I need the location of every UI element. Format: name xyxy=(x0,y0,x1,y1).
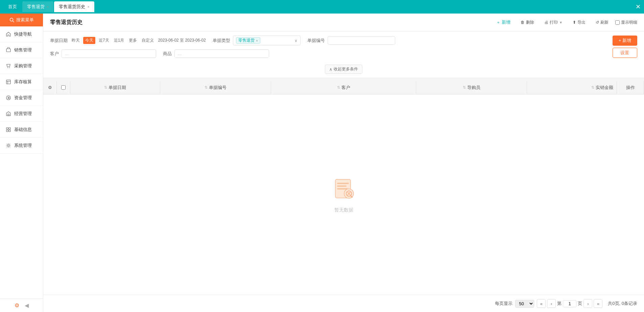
query-button[interactable]: + 新增 xyxy=(613,36,637,46)
sort-customer-icon[interactable]: ⇅ xyxy=(337,85,340,90)
page-first-button[interactable]: « xyxy=(537,299,546,308)
search-icon xyxy=(9,18,14,22)
th-action: 操作 xyxy=(617,81,644,94)
collapse-sidebar-icon[interactable]: ◀ xyxy=(25,302,29,309)
export-button[interactable]: ⬆ 导出 xyxy=(569,18,589,27)
filter-settings-button[interactable]: 设置 xyxy=(613,48,637,58)
sidebar-item-inventory-label: 库存核算 xyxy=(14,79,32,85)
tab-retail-return[interactable]: 零售退货 × xyxy=(22,1,53,12)
print-button[interactable]: 🖨 打印 ▼ xyxy=(541,18,566,27)
doc-type-arrow: ∨ xyxy=(294,38,297,43)
tab-home[interactable]: 首页 xyxy=(3,1,22,12)
shortcut-more[interactable]: 更多 xyxy=(127,37,138,44)
svg-rect-18 xyxy=(337,188,348,190)
th-guide: ⇅ 导购员 xyxy=(416,81,527,94)
empty-state: 暂无数据 xyxy=(43,94,644,295)
settings-icon[interactable]: ⚙ xyxy=(15,302,19,309)
doc-type-tag: 零售退货 × xyxy=(236,37,260,44)
basic-icon xyxy=(5,127,11,133)
doc-no-input[interactable] xyxy=(328,36,395,45)
delete-icon: 🗑 xyxy=(521,20,525,25)
svg-rect-17 xyxy=(337,185,347,187)
sidebar-item-purchase-mgmt[interactable]: 采购管理 xyxy=(0,58,43,74)
svg-line-1 xyxy=(13,21,14,22)
sidebar-item-basic-info[interactable]: 基础信息 xyxy=(0,122,43,138)
print-icon: 🖨 xyxy=(544,20,548,25)
tab-retail-return-label: 零售退货 xyxy=(27,4,45,10)
shortcut-7days[interactable]: 近7天 xyxy=(97,37,111,44)
svg-rect-11 xyxy=(9,128,10,129)
select-all-checkbox[interactable] xyxy=(61,85,66,90)
doc-type-filter: 单据类型 零售退货 × ∨ xyxy=(213,36,301,45)
doc-no-filter: 单据编号 xyxy=(307,36,395,45)
sidebar-item-finance[interactable]: 资金管理 xyxy=(0,90,43,106)
sidebar-item-system-mgmt[interactable]: 系统管理 xyxy=(0,138,43,154)
sidebar-item-quick-nav[interactable]: 快捷导航 xyxy=(0,26,43,42)
empty-text: 暂无数据 xyxy=(334,207,353,213)
th-checkbox[interactable] xyxy=(57,81,70,94)
svg-rect-10 xyxy=(6,128,8,129)
table-header: ⚙ ⇅ 单据日期 ⇅ 单据编号 ⇅ 客户 ⇅ xyxy=(43,81,644,94)
th-amount: ⇅ 实销金额 xyxy=(527,81,617,94)
page-last-button[interactable]: » xyxy=(594,299,602,308)
page-prev-button[interactable]: ‹ xyxy=(547,299,556,308)
purchase-icon xyxy=(5,63,11,69)
sidebar-search[interactable]: 搜索菜单 xyxy=(0,14,43,26)
shortcut-1month[interactable]: 近1月 xyxy=(113,37,126,44)
show-detail-input[interactable] xyxy=(615,20,620,25)
tab-list: 首页 零售退货 × 零售退货历史 × xyxy=(3,1,636,12)
sort-date-icon[interactable]: ⇅ xyxy=(104,85,107,90)
page-input[interactable] xyxy=(563,300,576,307)
sort-docno-icon[interactable]: ⇅ xyxy=(205,85,208,90)
per-page-select[interactable]: 50 20 100 xyxy=(515,300,534,308)
page-header: 零售退货历史 ＋ 新增 🗑 删除 🖨 打印 ▼ ⬆ 导出 xyxy=(43,14,644,31)
sidebar: 搜索菜单 快捷导航 销售管理 采购管理 xyxy=(0,14,43,312)
tab-retail-return-history[interactable]: 零售退货历史 × xyxy=(54,1,94,12)
th-settings[interactable]: ⚙ xyxy=(43,81,57,94)
svg-rect-5 xyxy=(6,80,10,84)
th-docno: ⇅ 单据编号 xyxy=(160,81,271,94)
customer-input[interactable] xyxy=(62,49,156,58)
filter-actions: + 新增 设置 xyxy=(613,36,637,58)
new-button[interactable]: ＋ 新增 xyxy=(493,18,514,27)
window-close-button[interactable]: ✕ xyxy=(636,3,641,10)
sort-guide-icon[interactable]: ⇅ xyxy=(463,85,466,90)
goods-input[interactable] xyxy=(174,49,269,58)
th-date: ⇅ 单据日期 xyxy=(70,81,160,94)
shortcut-yesterday[interactable]: 昨天 xyxy=(70,37,81,44)
sidebar-item-sales-mgmt[interactable]: 销售管理 xyxy=(0,42,43,58)
tab-retail-return-close[interactable]: × xyxy=(47,5,49,9)
filter-area: 单据日期 昨天 今天 近7天 近1月 更多 自定义 2023-06-02 至 2… xyxy=(43,31,644,78)
sidebar-item-inventory[interactable]: 库存核算 xyxy=(0,74,43,90)
page-title: 零售退货历史 xyxy=(50,19,82,26)
doc-no-label: 单据编号 xyxy=(307,38,325,44)
customer-label: 客户 xyxy=(50,51,59,57)
tab-retail-return-history-close[interactable]: × xyxy=(87,5,89,9)
svg-point-4 xyxy=(9,67,10,68)
doc-type-select[interactable]: 零售退货 × ∨ xyxy=(233,36,301,45)
sort-amount-icon[interactable]: ⇅ xyxy=(591,85,594,90)
collapse-filter-button[interactable]: ∧ 收起更多条件 xyxy=(325,65,362,74)
tab-retail-return-history-label: 零售退货历史 xyxy=(59,4,85,10)
page-label: 第 xyxy=(557,300,562,307)
sidebar-footer: ⚙ ◀ xyxy=(0,298,43,312)
shortcut-custom[interactable]: 自定义 xyxy=(140,37,155,44)
th-customer: ⇅ 客户 xyxy=(271,81,416,94)
doc-type-tag-close[interactable]: × xyxy=(256,39,258,43)
per-page-label: 每页显示 xyxy=(495,300,512,307)
delete-button[interactable]: 🗑 删除 xyxy=(517,18,538,27)
header-actions: ＋ 新增 🗑 删除 🖨 打印 ▼ ⬆ 导出 ↺ 刷新 xyxy=(493,18,637,27)
collapse-icon: ∧ xyxy=(329,67,332,72)
new-icon: ＋ xyxy=(496,20,500,25)
shortcut-today[interactable]: 今天 xyxy=(83,37,95,44)
svg-rect-2 xyxy=(6,49,10,52)
page-unit: 页 xyxy=(578,300,582,307)
sidebar-item-sales-label: 销售管理 xyxy=(14,47,32,53)
total-info: 共0页, 0条记录 xyxy=(608,300,637,307)
refresh-button[interactable]: ↺ 刷新 xyxy=(592,18,612,27)
show-detail-checkbox[interactable]: 显示明细 xyxy=(615,20,637,25)
sidebar-item-finance-label: 资金管理 xyxy=(14,95,32,101)
sales-icon xyxy=(5,47,11,53)
sidebar-item-operations[interactable]: 经营管理 xyxy=(0,106,43,122)
page-next-button[interactable]: › xyxy=(583,299,592,308)
